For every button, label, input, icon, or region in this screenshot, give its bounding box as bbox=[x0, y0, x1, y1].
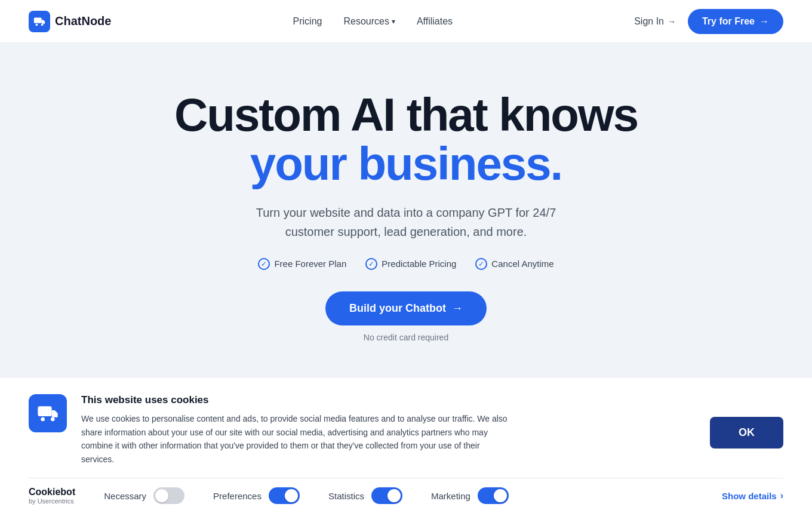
nav-affiliates[interactable]: Affiliates bbox=[417, 16, 453, 27]
cookie-main-content: This website uses cookies We use cookies… bbox=[0, 377, 812, 478]
hero-section: Custom AI that knows your business. Turn… bbox=[0, 43, 812, 366]
logo-text: ChatNode bbox=[55, 14, 111, 28]
svg-point-5 bbox=[51, 417, 55, 422]
cookie-body: We use cookies to personalise content an… bbox=[81, 412, 511, 466]
logo[interactable]: ChatNode bbox=[29, 11, 111, 32]
nav-actions: Sign In → Try for Free → bbox=[634, 9, 783, 34]
toggle-necessary: Necessary bbox=[104, 487, 184, 504]
badge-free-plan: ✓ Free Forever Plan bbox=[258, 258, 346, 270]
toggle-group: Necessary Preferences Statistics bbox=[104, 487, 693, 504]
marketing-toggle[interactable] bbox=[478, 487, 509, 504]
logo-icon bbox=[29, 11, 50, 32]
check-icon: ✓ bbox=[365, 258, 377, 270]
statistics-label: Statistics bbox=[328, 491, 364, 501]
arrow-right-icon: → bbox=[759, 16, 769, 27]
cookie-text-block: This website uses cookies We use cookies… bbox=[81, 394, 696, 466]
navbar: ChatNode Pricing Resources ▾ Affiliates … bbox=[0, 0, 812, 43]
preferences-knob bbox=[285, 489, 298, 502]
check-icon: ✓ bbox=[258, 258, 270, 270]
statistics-toggle[interactable] bbox=[371, 487, 402, 504]
chevron-down-icon: ▾ bbox=[392, 17, 395, 26]
nav-pricing[interactable]: Pricing bbox=[293, 16, 322, 27]
brand-sub: by Usercentrics bbox=[29, 497, 74, 505]
preferences-label: Preferences bbox=[213, 491, 262, 501]
try-free-button[interactable]: Try for Free → bbox=[688, 9, 783, 34]
preferences-track bbox=[269, 487, 300, 504]
necessary-knob bbox=[155, 489, 168, 502]
hero-subtitle: Turn your website and data into a compan… bbox=[239, 203, 573, 241]
chevron-right-icon: › bbox=[780, 490, 783, 501]
check-icon: ✓ bbox=[475, 258, 487, 270]
necessary-label: Necessary bbox=[104, 491, 146, 501]
svg-rect-0 bbox=[34, 17, 42, 23]
cookie-logo bbox=[29, 394, 67, 432]
hero-badges: ✓ Free Forever Plan ✓ Predictable Pricin… bbox=[258, 258, 553, 270]
toggle-statistics: Statistics bbox=[328, 487, 402, 504]
badge-predictable-pricing: ✓ Predictable Pricing bbox=[365, 258, 456, 270]
brand-name: Cookiebot bbox=[29, 487, 75, 497]
preferences-toggle[interactable] bbox=[269, 487, 300, 504]
nav-resources[interactable]: Resources ▾ bbox=[343, 16, 395, 27]
toggle-preferences: Preferences bbox=[213, 487, 300, 504]
svg-point-2 bbox=[41, 23, 44, 26]
no-credit-card-text: No credit card required bbox=[364, 333, 448, 342]
cookie-banner: This website uses cookies We use cookies… bbox=[0, 377, 812, 513]
signin-link[interactable]: Sign In → bbox=[634, 16, 676, 27]
cookie-title: This website uses cookies bbox=[81, 394, 696, 406]
marketing-knob bbox=[494, 489, 507, 502]
cookie-ok-button[interactable]: OK bbox=[710, 417, 783, 449]
show-details-link[interactable]: Show details › bbox=[722, 490, 783, 501]
svg-point-1 bbox=[36, 23, 38, 26]
marketing-label: Marketing bbox=[431, 491, 470, 501]
hero-title: Custom AI that knows your business. bbox=[174, 91, 638, 189]
statistics-knob bbox=[387, 489, 401, 502]
marketing-track bbox=[478, 487, 509, 504]
badge-cancel-anytime: ✓ Cancel Anytime bbox=[475, 258, 553, 270]
svg-rect-3 bbox=[38, 407, 51, 417]
cookie-controls: Cookiebot by Usercentrics Necessary Pref… bbox=[0, 478, 812, 513]
cookiebot-brand: Cookiebot by Usercentrics bbox=[29, 487, 75, 505]
necessary-track bbox=[153, 487, 184, 504]
necessary-toggle[interactable] bbox=[153, 487, 184, 504]
statistics-track bbox=[371, 487, 402, 504]
arrow-right-icon: → bbox=[452, 302, 463, 315]
arrow-right-icon: → bbox=[668, 17, 676, 26]
build-chatbot-button[interactable]: Build your Chatbot → bbox=[325, 291, 487, 325]
svg-point-4 bbox=[41, 417, 45, 422]
nav-links: Pricing Resources ▾ Affiliates bbox=[293, 16, 453, 27]
toggle-marketing: Marketing bbox=[431, 487, 509, 504]
